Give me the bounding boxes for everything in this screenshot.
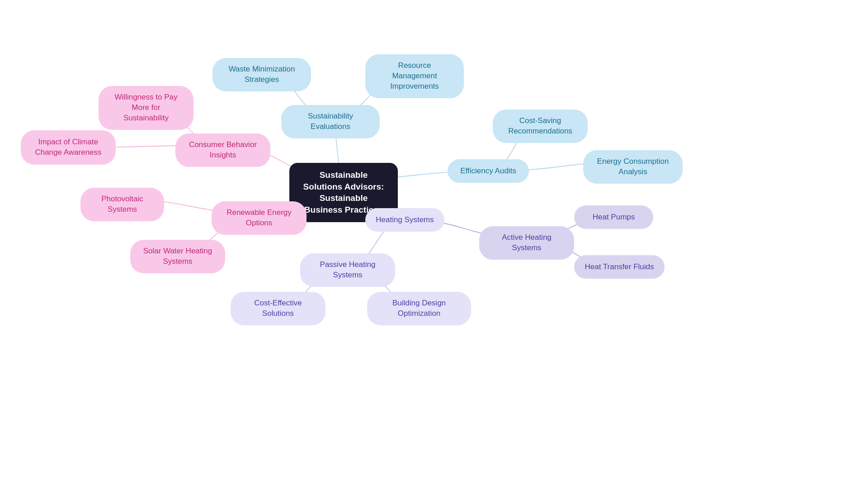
node-photovoltaic[interactable]: Photovoltaic Systems bbox=[80, 188, 164, 221]
node-willingness_pay[interactable]: Willingness to Pay More for Sustainabili… bbox=[99, 86, 193, 130]
node-cost_saving[interactable]: Cost-Saving Recommendations bbox=[493, 109, 588, 143]
node-heating_systems[interactable]: Heating Systems bbox=[365, 208, 444, 232]
node-climate_impact[interactable]: Impact of Climate Change Awareness bbox=[21, 130, 116, 165]
node-renewable_energy[interactable]: Renewable Energy Options bbox=[212, 201, 307, 235]
node-building_design[interactable]: Building Design Optimization bbox=[367, 292, 471, 325]
node-passive_heating[interactable]: Passive Heating Systems bbox=[300, 253, 395, 287]
node-consumer_behavior[interactable]: Consumer Behavior Insights bbox=[175, 133, 270, 167]
node-energy_consumption[interactable]: Energy Consumption Analysis bbox=[583, 150, 683, 184]
node-resource_management[interactable]: Resource Management Improvements bbox=[365, 54, 464, 98]
node-cost_effective[interactable]: Cost-Effective Solutions bbox=[231, 292, 326, 325]
node-active_heating[interactable]: Active Heating Systems bbox=[479, 226, 574, 260]
node-solar_water[interactable]: Solar Water Heating Systems bbox=[130, 240, 225, 273]
node-waste_minimization[interactable]: Waste Minimization Strategies bbox=[212, 58, 311, 91]
node-sustainability_evaluations[interactable]: Sustainability Evaluations bbox=[281, 105, 380, 138]
node-heat_pumps[interactable]: Heat Pumps bbox=[574, 205, 653, 229]
node-efficiency_audits[interactable]: Efficiency Audits bbox=[448, 159, 529, 183]
node-heat_transfer[interactable]: Heat Transfer Fluids bbox=[574, 255, 665, 279]
